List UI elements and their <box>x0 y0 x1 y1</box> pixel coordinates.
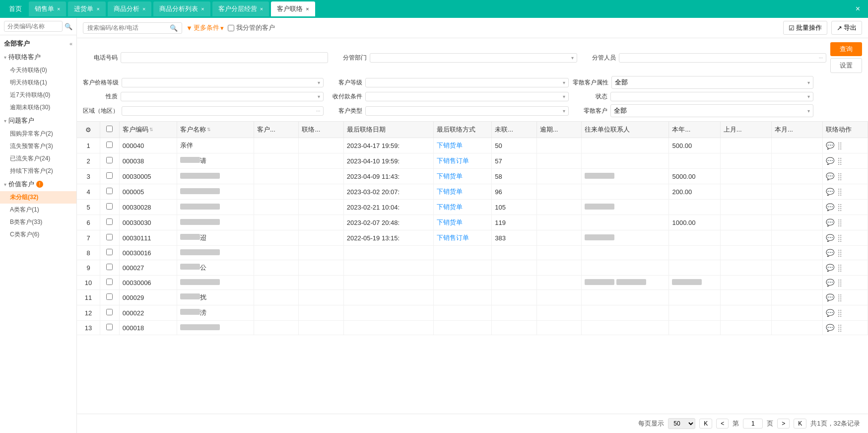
tab-analysis-list[interactable]: 商品分析列表 × <box>153 1 210 16</box>
more-conditions-btn[interactable]: ▼ 更多条件 ▾ <box>186 23 224 32</box>
chat-icon[interactable]: 💬 <box>826 293 834 301</box>
sidebar-item-classA[interactable]: A类客户(1) <box>0 204 76 216</box>
row-checkbox-cell[interactable] <box>100 200 120 215</box>
main-search-icon[interactable]: 🔍 <box>170 24 178 32</box>
sidebar-item-abnormal[interactable]: 囤购异常客户(2) <box>0 128 76 140</box>
row-checkbox[interactable] <box>106 188 113 194</box>
row-checkbox[interactable] <box>106 142 113 148</box>
contact-way-link[interactable]: 下销货单 <box>437 203 463 211</box>
tab-analysis[interactable]: 商品分析 × <box>108 1 151 16</box>
sidebar-collapse-icon[interactable]: « <box>69 41 72 47</box>
phone-input[interactable] <box>121 52 328 63</box>
manager-input[interactable]: ··· <box>619 53 826 63</box>
close-all-tabs[interactable]: × <box>852 4 864 13</box>
sidebar-group-pending[interactable]: ▾ 待联络客户 <box>0 50 76 64</box>
chat-icon[interactable]: 💬 <box>826 157 834 165</box>
col-checkbox-header[interactable] <box>100 122 120 138</box>
row-checkbox[interactable] <box>106 264 113 270</box>
export-button[interactable]: ↗ 导出 <box>831 21 862 35</box>
row-checkbox-cell[interactable] <box>100 215 120 230</box>
contact-way-link[interactable]: 下销货单 <box>437 188 463 195</box>
sidebar-item-churned[interactable]: 已流失客户(24) <box>0 152 76 165</box>
contact-way-link[interactable]: 下销货单 <box>437 218 463 226</box>
row-checkbox-cell[interactable] <box>100 153 120 169</box>
page-size-select[interactable]: 50 20 100 <box>668 418 695 429</box>
close-analysis-tab[interactable]: × <box>142 6 145 12</box>
row-checkbox-cell[interactable] <box>100 305 120 321</box>
row-checkbox[interactable] <box>106 249 113 255</box>
grid-icon[interactable]: ⣿ <box>837 264 842 272</box>
col-settings[interactable]: ⚙ <box>77 122 100 138</box>
sidebar-item-7days[interactable]: 近7天待联络(0) <box>0 89 76 101</box>
reset-button[interactable]: 设置 <box>830 58 862 73</box>
page-first-btn[interactable]: K <box>699 419 712 429</box>
contact-way-link[interactable]: 下销售订单 <box>437 234 469 241</box>
contact-way-link[interactable]: 下销货单 <box>437 172 463 180</box>
select-all-checkbox[interactable] <box>106 126 113 132</box>
chat-icon[interactable]: 💬 <box>826 264 834 272</box>
query-button[interactable]: 查询 <box>830 42 862 56</box>
chat-icon[interactable]: 💬 <box>826 279 834 287</box>
row-checkbox-cell[interactable] <box>100 290 120 305</box>
row-checkbox[interactable] <box>106 293 113 300</box>
chat-icon[interactable]: 💬 <box>826 234 834 242</box>
row-checkbox[interactable] <box>106 218 113 225</box>
grid-icon[interactable]: ⣿ <box>837 309 842 317</box>
sidebar-item-overdue[interactable]: 逾期未联络(30) <box>0 101 76 114</box>
tab-sales[interactable]: 销售单 × <box>29 1 66 16</box>
sidebar-search-icon[interactable]: 🔍 <box>65 23 72 30</box>
nature-select[interactable]: ▾ <box>121 92 324 101</box>
sidebar-item-classC[interactable]: C类客户(6) <box>0 228 76 241</box>
grid-icon[interactable]: ⣿ <box>837 324 842 332</box>
grid-icon[interactable]: ⣿ <box>837 172 842 180</box>
chat-icon[interactable]: 💬 <box>826 218 834 226</box>
nav-home[interactable]: 首页 <box>4 2 27 15</box>
row-checkbox[interactable] <box>106 157 113 163</box>
grid-icon[interactable]: ⣿ <box>837 249 842 257</box>
sidebar-search-input[interactable] <box>4 21 63 32</box>
row-checkbox-cell[interactable] <box>100 184 120 200</box>
grid-icon[interactable]: ⣿ <box>837 218 842 226</box>
close-analysis-list-tab[interactable]: × <box>201 6 204 12</box>
sidebar-group-value[interactable]: ▾ 价值客户 ! <box>0 177 76 191</box>
row-checkbox-cell[interactable] <box>100 260 120 276</box>
tab-customer-contact[interactable]: 客户联络 × <box>271 1 315 16</box>
close-customer-contact-tab[interactable]: × <box>306 6 309 12</box>
row-checkbox[interactable] <box>106 324 113 330</box>
batch-op-button[interactable]: ☑ 批量操作 <box>783 21 827 35</box>
row-checkbox-cell[interactable] <box>100 276 120 290</box>
all-customers-title[interactable]: 全部客户 « <box>0 35 76 50</box>
page-last-btn[interactable]: K <box>794 419 806 429</box>
row-checkbox-cell[interactable] <box>100 169 120 184</box>
my-customers-checkbox-wrap[interactable]: 我分管的客户 <box>228 23 275 32</box>
chat-icon[interactable]: 💬 <box>826 188 834 196</box>
scattered-customer-select[interactable]: 全部 ▾ <box>610 104 813 117</box>
contact-way-link[interactable]: 下销售订单 <box>437 157 469 164</box>
page-number-input[interactable] <box>743 419 763 429</box>
chat-icon[interactable]: 💬 <box>826 249 834 257</box>
tab-customer-seg[interactable]: 客户分层经营 × <box>212 1 269 16</box>
close-sales-tab[interactable]: × <box>57 6 60 12</box>
scattered-attr-select[interactable]: 全部 ▾ <box>611 76 813 89</box>
page-next-btn[interactable]: > <box>777 419 790 429</box>
close-customer-seg-tab[interactable]: × <box>260 6 263 12</box>
sidebar-item-ungrouped[interactable]: 未分组(32) <box>0 191 76 204</box>
my-customers-checkbox[interactable] <box>228 25 234 31</box>
sidebar-item-declining[interactable]: 持续下滑客户(2) <box>0 165 76 177</box>
chat-icon[interactable]: 💬 <box>826 142 834 149</box>
sidebar-item-churn-warning[interactable]: 流失预警客户(3) <box>0 140 76 152</box>
code-sort-icon[interactable]: ⇅ <box>149 127 153 132</box>
row-checkbox-cell[interactable] <box>100 230 120 246</box>
status-select[interactable]: ▾ <box>610 92 813 101</box>
sidebar-item-classB[interactable]: B类客户(33) <box>0 216 76 228</box>
tab-purchase[interactable]: 进货单 × <box>68 1 105 16</box>
sidebar-item-tomorrow[interactable]: 明天待联络(1) <box>0 76 76 89</box>
name-sort-icon[interactable]: ⇅ <box>207 127 211 132</box>
close-purchase-tab[interactable]: × <box>96 6 99 12</box>
main-search-input[interactable] <box>87 24 170 31</box>
grid-icon[interactable]: ⣿ <box>837 234 842 242</box>
row-checkbox[interactable] <box>106 172 113 179</box>
chat-icon[interactable]: 💬 <box>826 324 834 332</box>
chat-icon[interactable]: 💬 <box>826 203 834 211</box>
row-checkbox-cell[interactable] <box>100 321 120 335</box>
